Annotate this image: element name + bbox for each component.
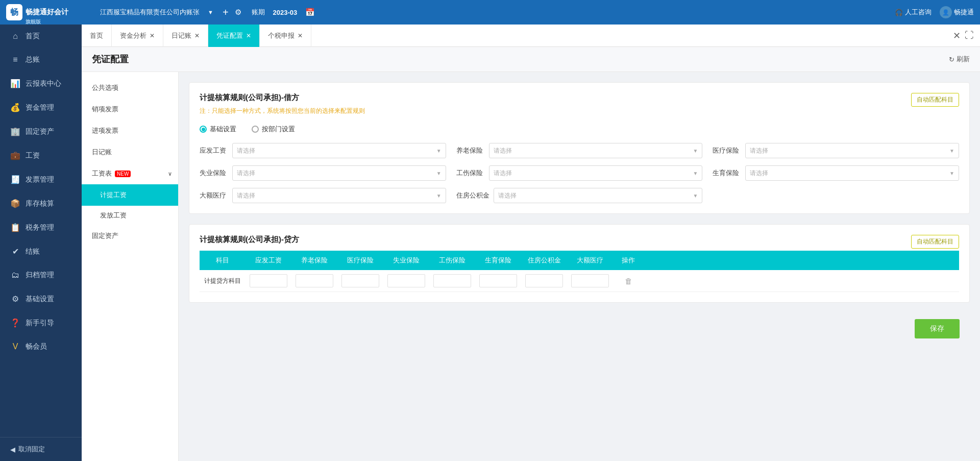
tab-voucher-label: 凭证配置 xyxy=(216,31,243,40)
input-wage[interactable] xyxy=(250,274,287,287)
col-header-big-medical: 大额医疗 xyxy=(567,251,613,270)
calendar-icon[interactable]: 📅 xyxy=(305,8,315,17)
input-housing[interactable] xyxy=(525,274,563,287)
app-logo: 畅 畅捷通好会计 旗舰版 xyxy=(6,4,68,20)
headset-icon: 🎧 xyxy=(895,9,903,16)
sidebar-item-invoice[interactable]: 🧾 发票管理 xyxy=(0,167,82,191)
tab-tax[interactable]: 个税申报 ✕ xyxy=(260,25,311,47)
tab-capital-close[interactable]: ✕ xyxy=(150,32,155,39)
select-work-injury[interactable]: 请选择 ▼ xyxy=(489,165,703,181)
tab-capital[interactable]: 资金分析 ✕ xyxy=(112,25,163,47)
tab-tax-close[interactable]: ✕ xyxy=(298,32,303,39)
nav-salary-calc[interactable]: 计提工资 xyxy=(82,184,178,206)
select-housing[interactable]: 请选择 ▼ xyxy=(494,188,703,203)
sidebar-label-guide: 新手引导 xyxy=(26,319,54,328)
inventory-icon: 📦 xyxy=(10,199,20,208)
input-work-injury[interactable] xyxy=(433,274,471,287)
tab-journal-label: 日记账 xyxy=(172,31,191,40)
select-pension[interactable]: 请选择 ▼ xyxy=(489,143,703,158)
select-maternity-placeholder: 请选择 xyxy=(750,169,768,178)
nav-salary-table[interactable]: 工资表 NEW ∨ xyxy=(82,163,178,184)
delete-row-icon[interactable]: 🗑 xyxy=(625,277,632,285)
refresh-icon: ↻ xyxy=(949,56,954,63)
sidebar-item-fixed[interactable]: 🏢 固定资产 xyxy=(0,119,82,143)
save-button[interactable]: 保存 xyxy=(915,319,960,338)
nav-purchase[interactable]: 进项发票 xyxy=(82,120,178,141)
nav-journal[interactable]: 日记账 xyxy=(82,141,178,163)
sidebar-item-settings[interactable]: ⚙ 基础设置 xyxy=(0,287,82,311)
sidebar-item-member[interactable]: V 畅会员 xyxy=(0,335,82,358)
field-wage: 应发工资 请选择 ▼ xyxy=(200,143,446,158)
input-medical[interactable] xyxy=(341,274,379,287)
invoice-icon: 🧾 xyxy=(10,175,20,184)
sidebar-item-tax[interactable]: 📋 税务管理 xyxy=(0,215,82,239)
close-window-btn[interactable]: ✕ xyxy=(953,30,961,41)
debit-auto-match-button[interactable]: 自动匹配科目 xyxy=(911,93,959,107)
sidebar-item-capital[interactable]: 💰 资金管理 xyxy=(0,95,82,119)
add-company-btn[interactable]: + xyxy=(223,7,229,18)
tab-voucher[interactable]: 凭证配置 ✕ xyxy=(208,25,260,47)
app-edition: 旗舰版 xyxy=(26,18,41,26)
sidebar-item-guide[interactable]: ❓ 新手引导 xyxy=(0,311,82,335)
select-maternity[interactable]: 请选择 ▼ xyxy=(745,165,959,181)
topbar-right: 🎧 人工咨询 👤 畅捷通 xyxy=(895,6,974,18)
select-wage-arrow: ▼ xyxy=(436,148,442,154)
field-unemployment: 失业保险 请选择 ▼ xyxy=(200,165,446,181)
input-pension[interactable] xyxy=(296,274,333,287)
radio-dept-label: 按部门设置 xyxy=(262,125,295,134)
cell-housing-input xyxy=(521,270,567,292)
capital-icon: 💰 xyxy=(10,103,20,112)
select-unemployment[interactable]: 请选择 ▼ xyxy=(232,165,446,181)
radio-dept[interactable]: 按部门设置 xyxy=(252,125,295,134)
settings-icon2: ⚙ xyxy=(10,294,20,304)
credit-auto-match-button[interactable]: 自动匹配科目 xyxy=(911,235,959,249)
period-value: 2023-03 xyxy=(273,9,298,16)
sidebar: ⌂ 首页 ≡ 总账 📊 云报表中心 💰 资金管理 🏢 固定资产 💼 工资 🧾 发… xyxy=(0,25,82,461)
col-header-subject: 科目 xyxy=(200,251,246,270)
radio-basic-circle xyxy=(200,126,207,133)
company-dropdown-icon[interactable]: ▼ xyxy=(208,9,213,15)
debit-form-grid: 应发工资 请选择 ▼ 养老保险 请选择 ▼ xyxy=(200,143,959,203)
user-button[interactable]: 👤 畅捷通 xyxy=(940,6,974,18)
service-button[interactable]: 🎧 人工咨询 xyxy=(895,8,932,17)
tab-journal-close[interactable]: ✕ xyxy=(194,32,200,39)
input-big-medical[interactable] xyxy=(571,274,609,287)
select-big-medical[interactable]: 请选择 ▼ xyxy=(232,188,446,203)
cell-maternity-input xyxy=(475,270,521,292)
field-work-injury: 工伤保险 请选择 ▼ xyxy=(456,165,703,181)
sidebar-item-salary[interactable]: 💼 工资 xyxy=(0,143,82,167)
settings-icon[interactable]: ⚙ xyxy=(235,8,241,17)
input-unemployment[interactable] xyxy=(387,274,425,287)
select-wage[interactable]: 请选择 ▼ xyxy=(232,143,446,158)
tab-voucher-close[interactable]: ✕ xyxy=(246,32,251,39)
field-pension: 养老保险 请选择 ▼ xyxy=(456,143,703,158)
cell-pension-input xyxy=(291,270,337,292)
nav-salary-pay[interactable]: 发放工资 xyxy=(82,206,178,225)
tab-journal[interactable]: 日记账 ✕ xyxy=(163,25,208,47)
nav-public[interactable]: 公共选项 xyxy=(82,77,178,99)
input-maternity[interactable] xyxy=(479,274,517,287)
debit-radio-group: 基础设置 按部门设置 xyxy=(200,125,959,134)
maximize-window-btn[interactable]: ⛶ xyxy=(965,30,974,41)
sidebar-item-home[interactable]: ⌂ 首页 xyxy=(0,25,82,48)
refresh-button[interactable]: ↻ 刷新 xyxy=(949,55,970,64)
select-medical[interactable]: 请选择 ▼ xyxy=(745,143,959,158)
nav-fixed-assets[interactable]: 固定资产 xyxy=(82,225,178,247)
sidebar-item-inventory[interactable]: 📦 库存核算 xyxy=(0,191,82,215)
sidebar-label-inventory: 库存核算 xyxy=(26,199,54,208)
nav-sales[interactable]: 销项发票 xyxy=(82,99,178,120)
sidebar-item-archive[interactable]: 🗂 归档管理 xyxy=(0,263,82,287)
tab-home[interactable]: 首页 xyxy=(82,25,112,47)
sidebar-item-closing[interactable]: ✔ 结账 xyxy=(0,239,82,263)
sidebar-item-ledger[interactable]: ≡ 总账 xyxy=(0,48,82,71)
radio-basic[interactable]: 基础设置 xyxy=(200,125,236,134)
sidebar-label-tax: 税务管理 xyxy=(26,223,54,232)
cell-work-injury-input xyxy=(429,270,475,292)
cancel-fixed-button[interactable]: ◀ 取消固定 xyxy=(0,437,82,461)
field-maternity: 生育保险 请选择 ▼ xyxy=(713,165,959,181)
select-maternity-arrow: ▼ xyxy=(949,171,954,176)
archive-icon: 🗂 xyxy=(10,271,20,280)
select-pension-placeholder: 请选择 xyxy=(494,147,512,155)
sidebar-item-reports[interactable]: 📊 云报表中心 xyxy=(0,71,82,95)
sidebar-label-salary: 工资 xyxy=(26,151,40,160)
